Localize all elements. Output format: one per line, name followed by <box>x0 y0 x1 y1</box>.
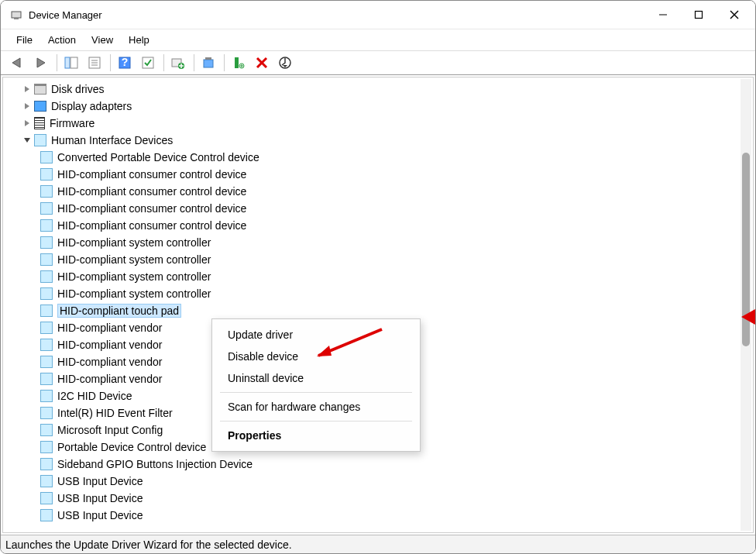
menu-action[interactable]: Action <box>40 31 84 49</box>
tree-node-display-adapters[interactable]: Display adapters <box>22 98 753 115</box>
update-driver-button[interactable] <box>167 53 189 73</box>
tree-node-touchpad-selected[interactable]: HID-compliant touch pad <box>40 302 753 319</box>
svg-rect-17 <box>204 60 213 67</box>
disable-device-icon[interactable] <box>228 53 249 73</box>
device-icon <box>40 441 53 453</box>
svg-rect-7 <box>70 57 77 68</box>
tree-label: HID-compliant touch pad <box>57 304 181 318</box>
tree-label: Firmware <box>50 117 94 129</box>
scan-button[interactable] <box>137 53 159 73</box>
menu-view[interactable]: View <box>84 31 121 49</box>
help-button[interactable]: ? <box>114 53 136 73</box>
context-scan-hardware[interactable]: Scan for hardware changes <box>212 396 420 418</box>
device-icon <box>40 458 53 470</box>
tree-label: HID-compliant consumer control device <box>57 185 246 198</box>
device-icon <box>40 475 53 487</box>
tree-label: Portable Device Control device <box>57 441 206 453</box>
chevron-right-icon[interactable] <box>22 84 33 95</box>
tree-node-firmware[interactable]: Firmware <box>22 115 753 132</box>
context-uninstall-device[interactable]: Uninstall device <box>212 367 420 389</box>
tree-label: USB Input Device <box>57 475 143 487</box>
titlebar: Device Manager <box>1 1 755 29</box>
device-icon <box>40 270 53 283</box>
tree-label: HID-compliant vendor <box>57 339 162 351</box>
maximize-button[interactable] <box>681 2 716 27</box>
tree-container: Disk drives Display adapters Firmware Hu… <box>2 77 754 533</box>
tree-node-disk-drives[interactable]: Disk drives <box>22 81 753 98</box>
tree-node-device[interactable]: HID-compliant system controller <box>40 285 753 302</box>
minimize-button[interactable] <box>645 2 681 27</box>
tree-node-device[interactable]: Converted Portable Device Control device <box>40 149 753 166</box>
window-title: Device Manager <box>29 9 645 21</box>
tree-label: HID-compliant system controller <box>57 270 211 283</box>
chevron-right-icon[interactable] <box>22 101 33 112</box>
tree-label: HID-compliant vendor <box>57 356 162 368</box>
device-icon <box>40 492 53 504</box>
device-icon <box>40 322 53 334</box>
tree-label: HID-compliant system controller <box>57 236 211 249</box>
tree-node-device[interactable]: HID-compliant consumer control device <box>40 217 753 234</box>
tree-label: HID-compliant vendor <box>57 373 162 385</box>
show-hide-tree-button[interactable] <box>60 53 82 73</box>
statusbar: Launches the Update Driver Wizard for th… <box>1 535 755 553</box>
chevron-right-icon[interactable] <box>22 118 33 129</box>
device-tree[interactable]: Disk drives Display adapters Firmware Hu… <box>3 77 753 532</box>
tree-node-device[interactable]: USB Input Device <box>40 507 753 524</box>
uninstall-button[interactable] <box>251 53 273 73</box>
tree-node-device[interactable]: HID-compliant consumer control device <box>40 183 753 200</box>
firmware-icon <box>34 117 45 129</box>
context-disable-device[interactable]: Disable device <box>212 346 420 367</box>
chevron-down-icon[interactable] <box>22 135 33 146</box>
scan-hardware-button[interactable] <box>274 53 296 73</box>
tree-node-device[interactable]: HID-compliant system controller <box>40 234 753 251</box>
tree-label: HID-compliant consumer control device <box>57 219 246 232</box>
tree-node-device[interactable]: HID-compliant system controller <box>40 251 753 268</box>
tree-node-device[interactable]: USB Input Device <box>40 490 753 507</box>
tree-label: I2C HID Device <box>57 390 132 402</box>
tree-label: USB Input Device <box>57 492 143 504</box>
tree-node-device[interactable]: HID-compliant consumer control device <box>40 200 753 217</box>
context-separator <box>220 421 412 422</box>
tree-label: HID-compliant consumer control device <box>57 168 246 181</box>
disk-icon <box>34 84 46 95</box>
device-icon <box>40 356 53 368</box>
tree-label: HID-compliant system controller <box>57 253 211 266</box>
tree-label: USB Input Device <box>57 509 143 521</box>
toolbar-divider <box>163 54 164 71</box>
device-icon <box>40 202 53 215</box>
tree-node-device[interactable]: Sideband GPIO Buttons Injection Device <box>40 456 753 473</box>
menu-help[interactable]: Help <box>121 31 157 49</box>
menu-file[interactable]: File <box>9 31 40 49</box>
device-icon <box>40 305 53 317</box>
tree-label: Display adapters <box>51 100 132 112</box>
toolbar-divider <box>57 54 57 71</box>
tree-label: Human Interface Devices <box>51 134 173 146</box>
svg-rect-6 <box>65 57 70 68</box>
svg-rect-18 <box>205 57 211 60</box>
tree-node-device[interactable]: HID-compliant system controller <box>40 268 753 285</box>
tree-label: HID-compliant system controller <box>57 287 211 300</box>
toolbar-divider <box>194 54 194 71</box>
tree-node-device[interactable]: HID-compliant consumer control device <box>40 166 753 183</box>
forward-button[interactable] <box>30 53 52 73</box>
context-properties[interactable]: Properties <box>212 425 420 446</box>
close-button[interactable] <box>716 2 752 27</box>
device-icon <box>40 168 53 181</box>
device-icon <box>40 219 53 232</box>
device-icon <box>40 151 53 163</box>
enable-device-button[interactable] <box>198 53 219 73</box>
menubar: File Action View Help <box>1 29 755 50</box>
context-update-driver[interactable]: Update driver <box>212 324 420 346</box>
tree-label: HID-compliant vendor <box>57 322 162 334</box>
hid-icon <box>34 134 46 146</box>
svg-rect-1 <box>14 18 19 19</box>
scrollbar-thumb[interactable] <box>742 153 750 346</box>
toolbar: ? <box>1 50 755 75</box>
properties-toolbar-button[interactable] <box>84 53 105 73</box>
tree-node-hid[interactable]: Human Interface Devices <box>22 132 753 149</box>
tree-label: Intel(R) HID Event Filter <box>57 407 173 419</box>
scrollbar[interactable] <box>741 79 751 531</box>
toolbar-divider <box>110 54 111 71</box>
tree-node-device[interactable]: USB Input Device <box>40 473 753 490</box>
back-button[interactable] <box>7 53 29 73</box>
